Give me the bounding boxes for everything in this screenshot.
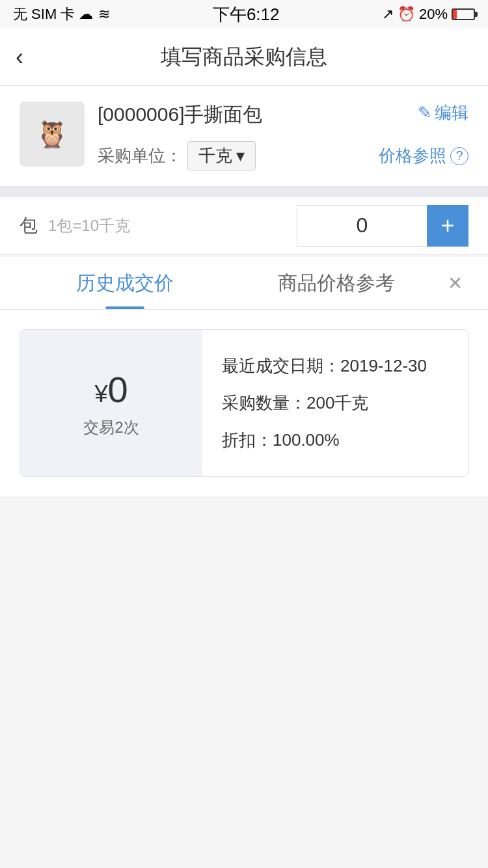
status-time: 下午6:12	[213, 3, 280, 26]
status-bar: 无 SIM 卡 ☁ ≋ 下午6:12 ↗ ⏰ 20%	[0, 0, 488, 29]
price-card-right: 最近成交日期：2019-12-30 采购数量：200千克 折扣：100.00%	[202, 330, 468, 476]
page-title: 填写商品采购信息	[161, 43, 327, 72]
recent-date-value: 2019-12-30	[340, 356, 427, 375]
product-header: [0000006]手撕面包 ✎ 编辑	[98, 102, 468, 128]
product-info: [0000006]手撕面包 ✎ 编辑 采购单位： 千克 ▾ 价格参照 ?	[98, 102, 468, 170]
discount-value: 100.00%	[273, 430, 340, 450]
product-section: 🦉 [0000006]手撕面包 ✎ 编辑 采购单位： 千克 ▾ 价格参照 ?	[0, 86, 488, 187]
product-thumbnail-icon: 🦉	[36, 119, 68, 150]
price-card: ¥0 交易2次 最近成交日期：2019-12-30 采购数量：200千克 折扣：…	[20, 329, 468, 477]
quantity-row: 包 1包=10千克 +	[0, 197, 488, 254]
tab-content: ¥0 交易2次 最近成交日期：2019-12-30 采购数量：200千克 折扣：…	[0, 310, 488, 496]
sim-label: 无 SIM 卡 ☁	[13, 5, 93, 24]
edit-icon: ✎	[418, 103, 432, 123]
quantity-unit: 包 1包=10千克	[20, 213, 130, 238]
alarm-icon: ⏰	[398, 6, 415, 23]
purchase-quantity-row: 采购数量：200千克	[222, 390, 448, 416]
dropdown-icon: ▾	[236, 146, 245, 166]
quantity-plus-button[interactable]: +	[427, 205, 468, 247]
recent-date-row: 最近成交日期：2019-12-30	[222, 353, 448, 379]
status-right: ↗ ⏰ 20%	[382, 6, 475, 23]
price-ref-label: 价格参照	[379, 144, 446, 167]
price-amount: ¥0	[94, 368, 128, 411]
unit-character: 包	[20, 213, 38, 238]
purchase-quantity-value: 200千克	[306, 393, 368, 413]
tabs-section: 历史成交价 商品价格参考 × ¥0 交易2次 最近成交日期：2019-12-30…	[0, 257, 488, 496]
tab-product-price-ref-label: 商品价格参考	[278, 270, 395, 297]
amount-value: 0	[107, 369, 128, 410]
product-name: [0000006]手撕面包	[98, 102, 262, 128]
price-card-left: ¥0 交易2次	[20, 330, 202, 476]
tab-product-price-ref[interactable]: 商品价格参考	[230, 257, 441, 309]
quantity-hint: 1包=10千克	[48, 215, 130, 236]
location-icon: ↗	[382, 6, 394, 23]
quantity-input[interactable]	[297, 205, 427, 247]
product-unit-row: 采购单位： 千克 ▾ 价格参照 ?	[98, 141, 468, 170]
tab-history-price-label: 历史成交价	[76, 270, 174, 297]
quantity-control: +	[297, 205, 468, 247]
tabs-header: 历史成交价 商品价格参考 ×	[0, 257, 488, 310]
unit-select[interactable]: 千克 ▾	[187, 141, 256, 170]
edit-label: 编辑	[435, 102, 468, 124]
nav-bar: ‹ 填写商品采购信息	[0, 29, 488, 86]
tabs-close-button[interactable]: ×	[442, 263, 468, 303]
help-icon: ?	[450, 147, 468, 165]
battery-fill	[453, 10, 457, 19]
currency-symbol: ¥	[94, 381, 107, 407]
battery-icon	[452, 8, 475, 20]
status-left: 无 SIM 卡 ☁ ≋	[13, 5, 110, 24]
tab-history-price[interactable]: 历史成交价	[20, 257, 230, 309]
unit-label-text: 采购单位：	[98, 144, 182, 167]
section-divider	[0, 187, 488, 197]
back-button[interactable]: ‹	[16, 44, 23, 71]
discount-row: 折扣：100.00%	[222, 427, 448, 453]
product-image: 🦉	[20, 102, 85, 167]
purchase-quantity-label: 采购数量：	[222, 393, 306, 413]
price-ref-button[interactable]: 价格参照 ?	[379, 144, 468, 167]
unit-label: 采购单位： 千克 ▾	[98, 141, 256, 170]
edit-button[interactable]: ✎ 编辑	[418, 102, 468, 124]
battery-percent: 20%	[419, 6, 448, 23]
wifi-icon: ≋	[98, 6, 110, 23]
price-trades: 交易2次	[83, 417, 139, 438]
recent-date-label: 最近成交日期：	[222, 356, 340, 375]
discount-label: 折扣：	[222, 430, 273, 450]
unit-value: 千克	[198, 144, 232, 167]
